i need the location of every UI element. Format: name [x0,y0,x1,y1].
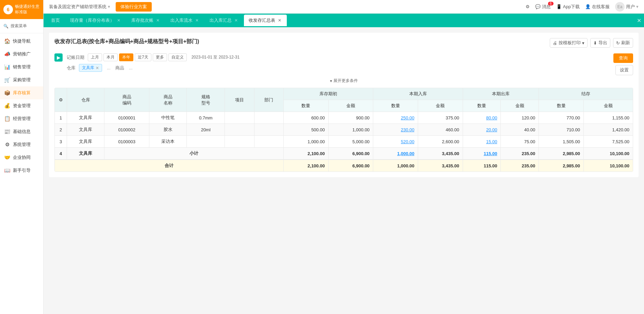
total-out-amt: 235.00 [501,160,539,172]
cell-out-qty[interactable]: 80.00 [463,112,501,124]
sidebar-item-basic-info[interactable]: 📰 基础信息 [0,125,43,138]
date-btn-this-year[interactable]: 本年 [119,53,133,61]
app-download-action[interactable]: 📱 App下载 [556,4,580,10]
tab-stock-dist[interactable]: 现存量（库存分布表） ✕ [65,15,126,26]
sidebar-item-guide[interactable]: 📖 新手引导 [0,164,43,177]
cell-goods-code: 0100002 [104,124,149,136]
th-close-amt: 金额 [583,100,633,112]
th-settings[interactable]: ⚙ [55,88,67,112]
print-label: 按模板打印 [559,40,581,46]
total-close-amt: 10,100.00 [583,160,633,172]
settings-action[interactable]: ⚙ [526,4,530,9]
warehouse-tag[interactable]: 文具库 ✕ [79,64,102,72]
tab-in-out-flow-close[interactable]: ✕ [195,18,199,23]
topbar-actions: ⚙ 💬 消息 6 📱 App下载 👤 在线客服 Ea 用户 ▾ [526,2,639,12]
close-all-tabs[interactable]: ✕ [637,17,641,24]
sidebar-item-finance[interactable]: 💰 资金管理 [0,99,43,112]
topbar: 装备及固定资产辅助管理系统 ▾ 体验行业方案 ⚙ 💬 消息 6 📱 App下载 … [44,0,644,14]
cell-seq: 4 [55,148,67,160]
tab-in-out-summary[interactable]: 出入库汇总 ✕ [205,15,243,26]
th-project: 项目 [225,88,254,112]
sidebar-item-sales[interactable]: 📊 销售管理 [0,61,43,73]
tab-home[interactable]: 首页 [46,15,65,26]
filter-toggle-button[interactable]: ▶ [54,53,63,62]
warehouse-tag-text: 文具库 [82,65,94,71]
tab-batch-ledger-label: 库存批次账 [131,17,153,23]
sidebar-item-inventory[interactable]: 📦 库存核算 [0,86,43,99]
industry-btn[interactable]: 体验行业方案 [116,2,152,12]
tab-home-label: 首页 [51,17,60,23]
tab-stock-dist-close[interactable]: ✕ [116,18,121,23]
warehouse-more-btn[interactable]: ... [105,65,112,70]
date-filter-group: 上月 本月 本年 近7天 更多 自定义 [88,53,187,61]
refresh-button[interactable]: ↻ 刷新 [613,38,633,48]
tab-receipt-summary[interactable]: 收发存汇总表 ✕ [244,15,287,26]
date-btn-this-month[interactable]: 本月 [103,53,118,61]
data-table: ⚙ 仓库 商品编码 商品名称 规格型号 项目 部门 库存期初 本期入库 本期出库… [54,88,633,172]
inventory-icon: 📦 [4,90,10,96]
user-label: 用户 [626,4,635,10]
expand-conditions-btn[interactable]: ▾ 展开更多条件 [54,78,633,84]
tab-in-out-summary-close[interactable]: ✕ [234,18,238,23]
export-button[interactable]: ⬇ 导出 [590,38,610,48]
sidebar-item-quick-nav[interactable]: 🏠 快捷导航 [0,35,43,48]
cell-subtotal-warehouse: 文具库 [67,148,104,160]
goods-more-btn[interactable]: ... [128,65,134,70]
tab-batch-ledger-close[interactable]: ✕ [155,18,160,23]
sidebar-item-system[interactable]: ⚙ 系统管理 [0,138,43,151]
sidebar-search-area: 🔍 搜索菜单 [0,19,43,33]
search-icon: 🔍 [3,24,9,29]
tab-receipt-summary-close[interactable]: ✕ [277,18,282,23]
print-button[interactable]: 🖨 按模板打印 ▾ [550,38,588,48]
th-open-amt: 金额 [328,100,373,112]
tab-stock-dist-label: 现存量（库存分布表） [70,17,114,23]
th-inbound: 本期入库 [373,88,463,100]
user-action[interactable]: Ea 用户 ▾ [615,2,639,12]
query-button[interactable]: 查询 [613,53,633,63]
cell-goods-code: 0100001 [104,112,149,124]
service-icon: 👤 [585,4,591,9]
sidebar-item-basic-info-label: 基础信息 [13,129,31,135]
search-menu-label: 搜索菜单 [11,23,27,29]
sidebar-item-purchase[interactable]: 🛒 采购管理 [0,73,43,86]
tab-in-out-flow[interactable]: 出入库流水 ✕ [166,15,204,26]
sidebar-item-sales-label: 销售管理 [13,64,31,70]
warehouse-tag-close[interactable]: ✕ [96,66,99,70]
cell-in-qty[interactable]: 250.00 [373,112,418,124]
cell-subtotal-out-qty[interactable]: 115.00 [463,148,501,160]
tab-batch-ledger[interactable]: 库存批次账 ✕ [127,15,165,26]
cell-out-qty[interactable]: 20.00 [463,124,501,136]
date-btn-7days[interactable]: 近7天 [135,53,151,61]
data-table-wrap: ⚙ 仓库 商品编码 商品名称 规格型号 项目 部门 库存期初 本期入库 本期出库… [54,88,633,172]
th-warehouse: 仓库 [67,88,104,112]
message-action[interactable]: 💬 消息 6 [535,4,551,10]
sidebar-item-cooperation[interactable]: 🤝 企业协同 [0,151,43,164]
date-btn-custom[interactable]: 自定义 [168,53,187,61]
total-label: 合计 [55,160,284,172]
date-btn-more[interactable]: 更多 [153,53,167,61]
cell-goods-name: 胶水 [149,124,187,136]
cell-subtotal-close-amt: 10,100.00 [583,148,633,160]
total-row: 合计 2,100.00 6,900.00 1,000.00 3,435.00 1… [55,160,633,172]
cell-in-qty[interactable]: 230.00 [373,124,418,136]
cell-subtotal-open-amt: 6,900.00 [328,148,373,160]
filter-settings-button[interactable]: 设置 [615,65,633,75]
table-row: 1 文具库 0100001 中性笔 0.7mm 600.00 900.00 25… [55,112,633,124]
cell-seq: 3 [55,136,67,148]
cell-subtotal-open-qty: 2,100.00 [283,148,328,160]
cell-subtotal-in-qty[interactable]: 1,000.00 [373,148,418,160]
print-dropdown-icon: ▾ [582,40,584,46]
th-dept: 部门 [254,88,283,112]
cell-subtotal-out-amt: 235.00 [501,148,539,160]
sidebar-item-operations[interactable]: 📋 经营管理 [0,112,43,125]
warehouse-filter-label: 仓库 [67,65,76,71]
date-btn-last-month[interactable]: 上月 [88,53,102,61]
search-menu-button[interactable]: 🔍 搜索菜单 [3,22,40,30]
online-service-action[interactable]: 👤 在线客服 [585,4,610,10]
settings-icon: ⚙ [526,4,530,9]
cell-in-qty[interactable]: 520.00 [373,136,418,148]
sidebar-item-marketing[interactable]: 📣 营销推广 [0,48,43,61]
logo-icon: 6 [3,5,13,14]
cell-warehouse: 文具库 [67,112,104,124]
cell-out-qty[interactable]: 15.00 [463,136,501,148]
